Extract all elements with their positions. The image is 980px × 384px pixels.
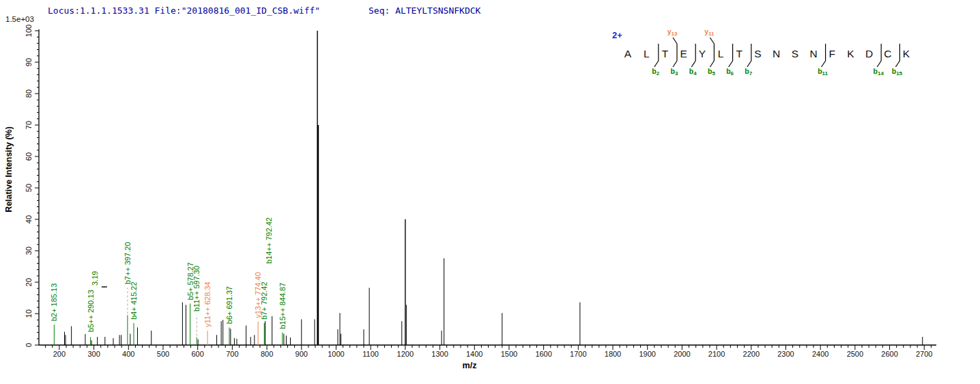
residue-letter: L — [718, 48, 724, 59]
precursor-charge-label: 2+ — [612, 30, 622, 40]
y-ion-tick — [710, 38, 714, 44]
x-tick-label: 1200 — [397, 350, 414, 358]
b-ion-mark-label: b3 — [671, 67, 678, 77]
b-ion-mark-label: b2 — [652, 67, 659, 77]
peak-ion-label: b7++ 397.20 — [124, 242, 132, 284]
residue-letter: C — [884, 48, 891, 59]
x-tick-label: 1100 — [362, 350, 379, 358]
peak-ion-label: b14++ 792.42 — [265, 217, 273, 264]
y-tick-label: 60 — [25, 152, 33, 161]
b-ion-mark-label: b5 — [708, 67, 715, 77]
y-tick-label: 90 — [25, 58, 33, 66]
peak-ion-label: y11++ 628.34 — [203, 282, 212, 327]
residue-letter: K — [903, 48, 910, 59]
b-ion-tick — [710, 61, 714, 67]
b-ion-mark-label: b6 — [726, 67, 734, 77]
peak-ion-label: b2+ 185.13 — [50, 284, 58, 321]
peak-ion-label: b4+ 415.22 — [130, 282, 138, 319]
residue-letter: T — [662, 48, 669, 59]
x-tick-label: 200 — [53, 350, 66, 358]
x-tick-label: 2600 — [881, 350, 897, 358]
residue-letter: Y — [699, 48, 706, 59]
y-tick-label: 100 — [25, 25, 33, 37]
x-tick-label: 1300 — [431, 350, 448, 358]
b-ion-mark-label: b15 — [892, 67, 903, 77]
b-ion-tick — [729, 61, 733, 67]
residue-letter: S — [792, 48, 798, 59]
peak-ion-label: b11++ 597.30 — [192, 266, 201, 312]
x-tick-label: 1500 — [501, 350, 517, 358]
spectrum-viewer-page: Locus:1.1.1.1533.31 File:"20180816_001_I… — [0, 0, 980, 384]
y-tick-label: 50 — [25, 184, 33, 192]
peak-ion-label: b7+ 792.42 — [260, 282, 268, 319]
x-axis-title: m/z — [463, 361, 477, 370]
x-tick-label: 1600 — [535, 350, 551, 358]
b-ion-tick — [895, 61, 899, 67]
x-tick-label: 1400 — [466, 350, 482, 358]
x-tick-label: 600 — [192, 350, 204, 358]
x-tick-label: 2000 — [674, 350, 690, 358]
b-ion-tick — [654, 61, 659, 67]
y-tick-label: 80 — [25, 90, 33, 98]
y-tick-label: 30 — [25, 247, 33, 255]
residue-letter: N — [773, 48, 780, 59]
b-ion-tick — [747, 61, 751, 67]
y-ion-tick — [673, 38, 677, 44]
y-ion-mark-label: y11 — [704, 27, 715, 37]
residue-letter: D — [865, 48, 873, 59]
y-tick-label: 20 — [25, 278, 33, 286]
y-tick-label: 10 — [25, 310, 33, 318]
residue-letter: E — [680, 48, 687, 59]
x-tick-label: 2300 — [777, 350, 794, 358]
y-tick-label: 70 — [25, 121, 33, 129]
residue-letter: S — [754, 48, 761, 59]
x-tick-label: 2100 — [708, 350, 725, 358]
b-ion-mark-label: b11 — [818, 67, 828, 77]
b-ion-mark-label: b7 — [745, 67, 752, 77]
spectrum-plot[interactable]: 2003004005006007008009001000110012001300… — [0, 0, 980, 384]
x-tick-label: 1900 — [639, 350, 655, 358]
x-tick-label: 300 — [87, 350, 100, 358]
b-ion-mark-label: b14 — [874, 67, 884, 77]
b-ion-mark-label: b4 — [689, 67, 697, 77]
x-tick-label: 700 — [226, 350, 238, 358]
residue-letter: A — [624, 48, 632, 59]
residue-letter: L — [644, 48, 650, 59]
y-ion-mark-label: y13 — [667, 27, 678, 37]
y-tick-label: 0 — [25, 343, 33, 347]
residue-letter: N — [809, 48, 817, 59]
x-tick-label: 1800 — [605, 350, 621, 358]
residue-letter: F — [828, 48, 835, 59]
b-ion-tick — [691, 61, 695, 67]
b-ion-tick — [822, 61, 826, 67]
b-ion-tick — [877, 61, 881, 67]
x-tick-label: 2500 — [847, 350, 863, 358]
peak-ion-label: 3.19 — [91, 271, 99, 286]
x-tick-label: 400 — [122, 350, 134, 358]
x-tick-label: 800 — [261, 350, 273, 358]
peak-ion-label: b5++ 290.13 — [87, 290, 95, 332]
b-ion-tick — [673, 61, 677, 67]
x-tick-label: 2200 — [743, 350, 760, 358]
y-tick-label: 40 — [25, 215, 33, 223]
x-tick-label: 2700 — [916, 350, 932, 358]
peak-ion-label: b6+ 691.37 — [225, 286, 233, 324]
x-tick-label: 2400 — [812, 350, 828, 358]
residue-letter: K — [847, 48, 854, 59]
x-tick-label: 1700 — [570, 350, 586, 358]
x-tick-label: 500 — [157, 350, 169, 358]
peak-ion-label: b15++ 844.87 — [278, 283, 287, 329]
x-tick-label: 900 — [296, 350, 308, 358]
x-tick-label: 1000 — [328, 350, 344, 358]
residue-letter: T — [736, 48, 743, 59]
y-axis-title: Relative Intensity (%) — [4, 126, 14, 212]
